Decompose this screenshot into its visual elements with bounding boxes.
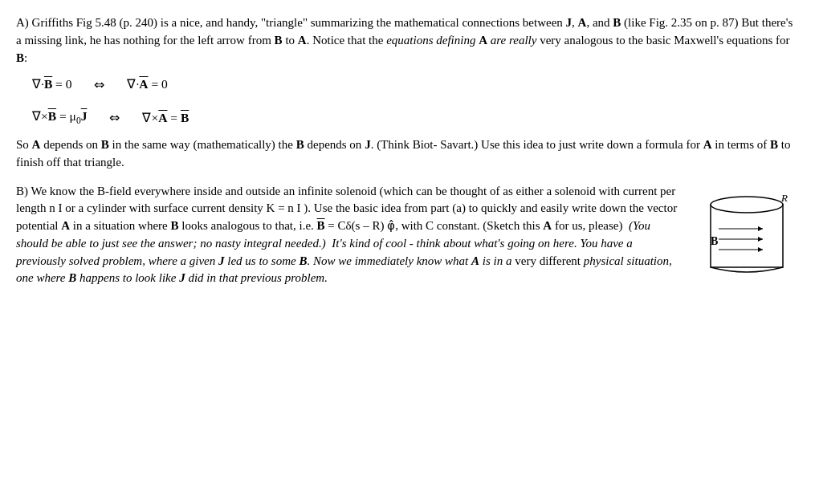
eq2-right: ∇×A = B <box>142 107 189 129</box>
eq2-iff: ⇔ <box>109 110 120 125</box>
section-b-content: R <box>16 183 799 288</box>
equations-block: ∇·B = 0 ⇔ ∇·A = 0 ∇×B = μ0J ⇔ ∇×A = B <box>32 73 799 130</box>
cylinder-svg: R <box>695 187 799 291</box>
section-a: A) Griffiths Fig 5.48 (p. 240) is a nice… <box>16 14 799 67</box>
eq1-iff: ⇔ <box>94 77 104 92</box>
section-a-paragraph1: A) Griffiths Fig 5.48 (p. 240) is a nice… <box>16 14 799 67</box>
cylinder-illustration: R <box>695 187 799 291</box>
section-a-paragraph2: So A depends on B in the same way (mathe… <box>16 136 799 172</box>
equation-row-1: ∇·B = 0 ⇔ ∇·A = 0 <box>32 73 799 96</box>
eq1-right: ∇·A = 0 <box>127 73 167 96</box>
svg-point-3 <box>711 197 783 213</box>
section-b-paragraph: B) We know the B-field everywhere inside… <box>16 183 799 288</box>
svg-rect-2 <box>711 205 783 267</box>
eq1-left: ∇·B = 0 <box>32 73 71 96</box>
svg-text:B: B <box>711 235 718 247</box>
eq2-left: ∇×B = μ0J <box>32 105 87 130</box>
equation-row-2: ∇×B = μ0J ⇔ ∇×A = B <box>32 105 799 130</box>
section-b: R <box>16 183 799 291</box>
content-area: A) Griffiths Fig 5.48 (p. 240) is a nice… <box>16 14 799 291</box>
